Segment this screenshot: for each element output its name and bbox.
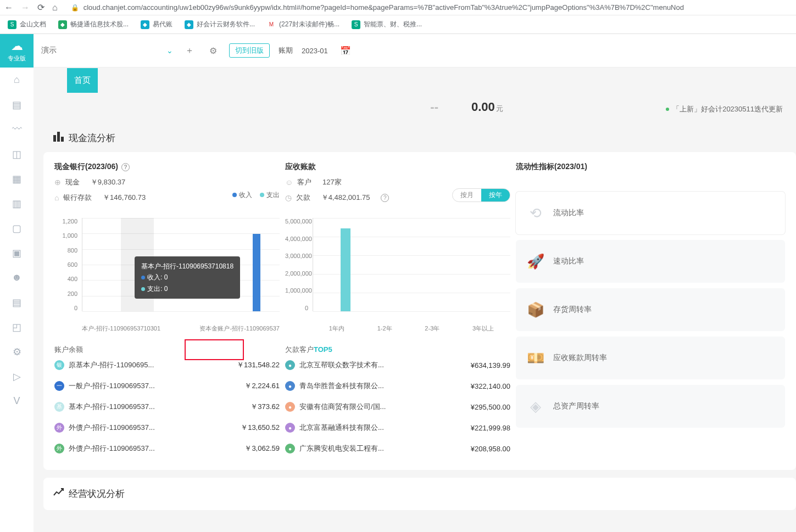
rail-settings-icon[interactable]: ⚙ [0, 339, 34, 364]
rail-form-icon[interactable]: ▥ [0, 191, 34, 216]
account-name: 基本户-招行-1109069537... [69, 402, 246, 412]
add-icon[interactable]: ＋ [182, 43, 197, 59]
client-amount: ¥208,958.00 [471, 445, 510, 453]
app-top-bar: 演示 ⌄ ＋ ⚙ 切到旧版 账期 2023-01 📅 [34, 34, 796, 68]
toggle-month[interactable]: 按月 [453, 189, 481, 201]
account-icon: 外 [54, 423, 64, 433]
reload-icon[interactable]: ⟳ [37, 2, 44, 13]
tab-home[interactable]: 首页 [67, 68, 98, 93]
toggle-year[interactable]: 按年 [481, 189, 510, 201]
zero-value: 0.00元 [471, 100, 503, 114]
client-amount: ¥634,139.99 [471, 361, 510, 369]
calendar-icon[interactable]: 📅 [337, 43, 354, 58]
org-name: 演示 [41, 46, 57, 55]
cash-bank-chart[interactable]: 1,2001,0008006004002000 基本户-招行-110906953… [54, 218, 280, 322]
client-row[interactable]: ●广东腾安机电安装工程有...¥208,958.00 [285, 438, 510, 459]
help-icon[interactable]: ? [381, 194, 389, 202]
account-row[interactable]: 一一般户-招行-1109069537...￥2,224.61 [54, 376, 280, 396]
rail-home-icon[interactable]: ⌂ [0, 68, 34, 92]
metric-card[interactable]: 🚀速动比率 [516, 240, 785, 283]
back-icon[interactable]: ← [4, 3, 13, 13]
period-value[interactable]: 2023-01 [302, 47, 328, 55]
account-row[interactable]: 基基本户-招行-1109069537...￥373.62 [54, 396, 280, 417]
receivables-title: 应收账款 [285, 162, 510, 172]
metric-icon: 🚀 [525, 250, 547, 272]
client-name: 青岛华胜普金科技有限公... [299, 381, 466, 391]
bookmarks-bar: S金山文档 ◆畅捷通信息技术股... ◆易代账 ◆好会计云财务软件... M(2… [0, 15, 796, 34]
client-row[interactable]: ●青岛华胜普金科技有限公...¥322,140.00 [285, 376, 510, 396]
metric-card[interactable]: ◈总资产周转率 [516, 385, 785, 428]
metric-label: 存货周转率 [553, 305, 592, 315]
receivables-chart[interactable]: 5,000,0004,000,0003,000,0002,000,0001,00… [285, 218, 510, 322]
metric-icon: ◈ [525, 395, 547, 417]
client-row[interactable]: ●北京富基融通科技有限公...¥221,999.98 [285, 417, 510, 438]
metric-card[interactable]: ⟲流动比率 [516, 192, 785, 234]
app-logo[interactable]: ☁ 专业版 [0, 34, 34, 68]
nav-arrows: ← → ⟳ ⌂ [4, 2, 58, 13]
client-icon: ● [285, 360, 295, 370]
metric-icon: 💴 [525, 347, 547, 369]
customer-stat: ☺客户 127家 [285, 177, 510, 187]
account-icon: 外 [54, 444, 64, 453]
account-name: 外债户-招行-1109069537... [69, 444, 240, 453]
owed-stat: ◷欠款 ￥4,482,001.75 ? [285, 193, 389, 203]
metric-card[interactable]: 📦存货周转率 [516, 288, 785, 331]
metric-card[interactable]: 💴应收账款周转率 [516, 337, 785, 379]
client-name: 安徽有信商贸有限公司/国... [299, 402, 466, 412]
account-name: 一般户-招行-1109069537... [69, 381, 240, 391]
rail-archive-icon[interactable]: ▤ [0, 290, 34, 315]
bookmark-item[interactable]: M(227封未读邮件)畅... [267, 20, 339, 29]
rail-v-icon[interactable]: V [0, 389, 34, 413]
bar-1yr [341, 228, 350, 311]
bookmark-item[interactable]: ◆畅捷通信息技术股... [58, 20, 129, 29]
forward-icon[interactable]: → [21, 3, 30, 13]
section-header: 现金流分析 [43, 122, 796, 144]
rail-calc-icon[interactable]: ▢ [0, 216, 34, 240]
chart2-xlabels: 1年内1-2年2-3年3年以上 [285, 324, 510, 333]
account-icon: 基 [54, 402, 64, 412]
old-version-button[interactable]: 切到旧版 [229, 43, 270, 58]
trend-icon [53, 488, 64, 500]
account-row[interactable]: 外外债户-招行-1109069537...￥3,062.59 [54, 438, 280, 459]
news-item[interactable]: 「上新」好会计20230511迭代更新 [666, 104, 786, 114]
bar-chart-icon [53, 132, 64, 144]
client-row[interactable]: ●北京互帮联众数字技术有...¥634,139.99 [285, 355, 510, 376]
bookmark-item[interactable]: S智能票、财、税推... [352, 20, 422, 29]
account-row[interactable]: 外外债户-招行-1109069537...￥13,650.52 [54, 417, 280, 438]
client-amount: ¥295,500.00 [471, 403, 510, 411]
help-icon[interactable]: ? [121, 163, 130, 171]
gear-icon[interactable]: ⚙ [206, 43, 220, 58]
cash-bank-column: 现金银行(2023/06) ? ⊕现金 ￥9,830.37 ⌂银行存款 ￥146… [54, 162, 280, 459]
org-select[interactable]: 演示 ⌄ [41, 46, 173, 55]
metric-label: 应收账款周转率 [553, 353, 607, 363]
cash-stat: ⊕现金 ￥9,830.37 [54, 177, 280, 187]
rail-inbox-icon[interactable]: ◰ [0, 315, 34, 339]
rail-service-icon[interactable]: ☻ [0, 265, 34, 290]
rail-dashboard-icon[interactable]: ▣ [0, 240, 34, 265]
bookmark-item[interactable]: ◆易代账 [141, 20, 172, 29]
bookmark-item[interactable]: ◆好会计云财务软件... [185, 20, 255, 29]
svg-rect-2 [61, 137, 64, 142]
client-name: 广东腾安机电安装工程有... [299, 444, 466, 453]
account-icon: 银 [54, 360, 64, 370]
rail-video-icon[interactable]: ▷ [0, 364, 34, 389]
main-content: -- 0.00元 「上新」好会计20230511迭代更新 现金流分析 现金银行(… [34, 92, 796, 532]
client-name: 北京富基融通科技有限公... [299, 423, 466, 433]
client-row[interactable]: ●安徽有信商贸有限公司/国...¥295,500.00 [285, 396, 510, 417]
period-toggle[interactable]: 按月 按年 [452, 188, 510, 202]
client-icon: ● [285, 444, 295, 453]
bookmark-item[interactable]: S金山文档 [8, 20, 46, 29]
rail-book-icon[interactable]: ▦ [0, 166, 34, 191]
metric-icon: ⟲ [525, 202, 547, 224]
top-summary-strip: -- 0.00元 「上新」好会计20230511迭代更新 [43, 92, 796, 122]
cashflow-panel: 现金银行(2023/06) ? ⊕现金 ￥9,830.37 ⌂银行存款 ￥146… [43, 152, 796, 470]
url-bar[interactable]: 🔒 cloud.chanjet.com/accounting/uw1eb00zy… [64, 2, 792, 13]
bar-income [253, 234, 260, 311]
client-icon: ● [285, 381, 295, 391]
home-icon[interactable]: ⌂ [52, 3, 58, 13]
rail-wallet-icon[interactable]: ◫ [0, 142, 34, 166]
rail-doc-icon[interactable]: ▤ [0, 92, 34, 117]
account-row[interactable]: 银原基本户-招行-11090695...￥131,548.22 [54, 355, 280, 376]
chart-tooltip: 基本户-招行-110906953710818 收入: 0 支出: 0 [135, 256, 240, 299]
rail-chart-icon[interactable]: 〰 [0, 117, 34, 142]
